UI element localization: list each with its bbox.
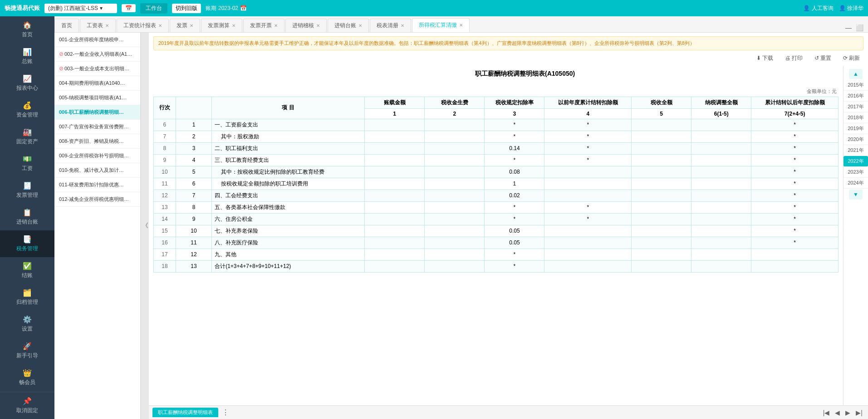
sidebar-item-archive[interactable]: 🗂️ 归档管理 (0, 284, 54, 311)
tab-invoice[interactable]: 发票✕ (170, 19, 200, 32)
tab-invoice-calc[interactable]: 发票测算✕ (201, 19, 242, 32)
customer-service[interactable]: 👤 人工客询 (803, 5, 833, 12)
table-row[interactable]: 14 9 六、住房公积金 * * * (154, 213, 839, 225)
left-panel-item-008[interactable]: 008-资产折旧、摊销及纳税… (54, 134, 140, 149)
sidebar-item-fixed[interactable]: 🏭 固定资产 (0, 123, 54, 150)
nav-next-icon[interactable]: ▶ (843, 408, 852, 417)
sidebar-item-invoice[interactable]: 🧾 发票管理 (0, 177, 54, 204)
table-row[interactable]: 7 2 其中：股权激励 * * * (154, 131, 839, 142)
close-icon[interactable]: ✕ (232, 23, 235, 28)
close-icon[interactable]: ✕ (358, 23, 362, 28)
sidebar-item-settings[interactable]: ⚙️ 设置 (0, 311, 54, 337)
calendar-icon[interactable]: 📅 (122, 4, 136, 12)
left-panel-item-010[interactable]: 010-免税、减计收入及加计… (54, 163, 140, 178)
table-header-row1: 行次 项 目 账载金额 税收金生费 税收规定扣除率 以前年度累计结转扣除额 税收… (154, 97, 839, 108)
left-panel-item-005[interactable]: 005-纳税调整项目明细表(A1… (54, 91, 140, 105)
company-selector[interactable]: (勿删) 江西融宝-LSS ▾ (44, 4, 117, 13)
table-row[interactable]: 8 3 二、职工福利支出 0.14 * * (154, 142, 839, 154)
year-item-2019[interactable]: 2019年 (843, 123, 868, 134)
minimize-icon[interactable]: — (844, 23, 853, 32)
table-row[interactable]: 9 4 三、职工教育经费支出 * * * (154, 154, 839, 166)
year-item-2020[interactable]: 2020年 (843, 134, 868, 145)
sidebar-item-home[interactable]: 🏠 首页 (0, 16, 54, 43)
download-button[interactable]: ⬇ 下载 (753, 53, 777, 63)
reset-button[interactable]: ↺ 重置 (811, 53, 835, 63)
close-icon[interactable]: ✕ (316, 23, 320, 28)
workbench-button[interactable]: 工作台 (140, 3, 167, 14)
tab-salary-report[interactable]: 工资统计报表✕ (117, 19, 169, 32)
sidebar-item-purchase[interactable]: 📋 进销台账 (0, 204, 54, 230)
sidebar-item-member[interactable]: 👑 畅会员 (0, 364, 54, 391)
bottom-sheet-tab[interactable]: 职工薪酬纳税调整明细表 (152, 408, 218, 417)
user-avatar[interactable]: 👤 徐泽华 (839, 5, 863, 12)
sidebar-item-ledger[interactable]: 📊 总账 (0, 43, 54, 70)
more-icon[interactable]: ⋮ (218, 408, 233, 417)
maximize-icon[interactable]: ⬜ (855, 23, 864, 32)
left-panel-item-002[interactable]: ⊘002-一般企业收入明细表(A1… (54, 47, 140, 62)
left-panel-item-006[interactable]: 006-职工薪酬纳税调整明细… (54, 105, 140, 120)
tab-tax-book[interactable]: 税表清册✕ (370, 19, 411, 32)
sidebar-item-label: 资金管理 (16, 111, 38, 119)
table-row[interactable]: 15 10 七、补充养老保险 0.05 * (154, 225, 839, 237)
ledger-icon: 📊 (23, 48, 32, 56)
year-nav-down[interactable]: ▼ (849, 190, 863, 200)
year-item-2017[interactable]: 2017年 (843, 102, 868, 112)
table-row[interactable]: 11 6 按税收规定全额扣除的职工培训费用 1 * (154, 178, 839, 190)
year-item-2016[interactable]: 2016年 (843, 91, 868, 102)
sidebar-item-settle[interactable]: ✅ 结账 (0, 257, 54, 284)
close-icon[interactable]: ✕ (158, 23, 162, 28)
sidebar-item-guide[interactable]: 🚀 新手引导 (0, 337, 54, 364)
year-item-2024[interactable]: 2024年 (843, 178, 868, 189)
left-panel-item-012[interactable]: 012-减免企业所得税优惠明细… (54, 192, 140, 207)
sidebar-item-label: 结账 (22, 272, 33, 279)
close-icon[interactable]: ✕ (105, 23, 109, 28)
table-row[interactable]: 6 1 一、工资薪金支出 * * * (154, 119, 839, 131)
cancel-fixed-button[interactable]: 📌 取消固定 (0, 392, 54, 419)
tab-purchase-audit[interactable]: 进销稽核✕ (285, 19, 327, 32)
switch-period-button[interactable]: 切到旧版 (172, 4, 201, 13)
sidebar-item-asset[interactable]: 💰 资金管理 (0, 97, 54, 123)
sidebar-item-salary[interactable]: 💵 工资 (0, 150, 54, 177)
year-item-2021[interactable]: 2021年 (843, 145, 868, 156)
tab-invoice-open[interactable]: 发票开票✕ (243, 19, 284, 32)
sidebar-item-report[interactable]: 📈 报表中心 (0, 70, 54, 97)
close-icon[interactable]: ✕ (401, 23, 404, 28)
left-panel-item-003[interactable]: ⊘003-一般企业成本支出明细… (54, 62, 140, 76)
table-row[interactable]: 13 8 五、各类基本社会保障性缴款 * * * (154, 201, 839, 213)
left-panel-item-004[interactable]: 004-期间费用明细表(A1040… (54, 76, 140, 91)
table-row[interactable]: 12 7 四、工会经费支出 0.02 * (154, 190, 839, 201)
left-panel-item-009[interactable]: 009-企业所得税弥补亏损明细… (54, 149, 140, 163)
print-button[interactable]: 🖨 打印 (781, 53, 806, 63)
tab-salary-sheet[interactable]: 工资表✕ (80, 19, 116, 32)
year-item-2018[interactable]: 2018年 (843, 112, 868, 123)
nav-prev-icon[interactable]: ◀ (833, 408, 842, 417)
table-row[interactable]: 10 5 其中：按税收规定比例扣除的职工教育经费 0.08 * (154, 166, 839, 178)
sidebar-item-tax[interactable]: 📑 税务管理 (0, 230, 54, 257)
tab-home[interactable]: 首页 (54, 19, 79, 32)
close-icon[interactable]: ✕ (459, 23, 463, 28)
year-item-2015[interactable]: 2015年 (843, 80, 868, 91)
collapse-button[interactable]: 《 (141, 33, 149, 419)
year-nav-up[interactable]: ▲ (849, 69, 863, 79)
tax-icon: 📑 (23, 235, 32, 244)
table-row[interactable]: 16 11 八、补充医疗保险 0.05 * (154, 237, 839, 248)
col-subheader-e: 3 (485, 108, 544, 119)
close-icon[interactable]: ✕ (190, 23, 193, 28)
left-panel-item-011[interactable]: 011-研发费用加计扣除优惠… (54, 178, 140, 192)
left-panel-item-007[interactable]: 007-广告宣传和业务宣传费附… (54, 120, 140, 134)
calendar-icon2[interactable]: 📅 (240, 5, 247, 11)
year-item-2023[interactable]: 2023年 (843, 167, 868, 178)
tab-purchase-ledger[interactable]: 进销台账✕ (328, 19, 369, 32)
nav-first-icon[interactable]: |◀ (821, 408, 832, 417)
refresh-button[interactable]: ⟳ 刷新 (839, 53, 863, 63)
nav-last-icon[interactable]: ▶| (854, 408, 864, 417)
table-row[interactable]: 18 13 合计(1+3+4+7+8+9+10+11+12) * (154, 260, 839, 272)
home-icon: 🏠 (23, 21, 32, 29)
close-icon[interactable]: ✕ (274, 23, 278, 28)
refresh-icon: ⟳ (843, 55, 848, 61)
col-subheader-g: 5 (632, 108, 691, 119)
year-item-2022[interactable]: 2022年 (843, 156, 868, 167)
tab-income-tax[interactable]: 所得税汇算清缴✕ (412, 18, 470, 32)
left-panel-item-001[interactable]: 001-企业所得税年度纳税申… (54, 33, 140, 47)
table-row[interactable]: 17 12 九、其他 * (154, 248, 839, 260)
